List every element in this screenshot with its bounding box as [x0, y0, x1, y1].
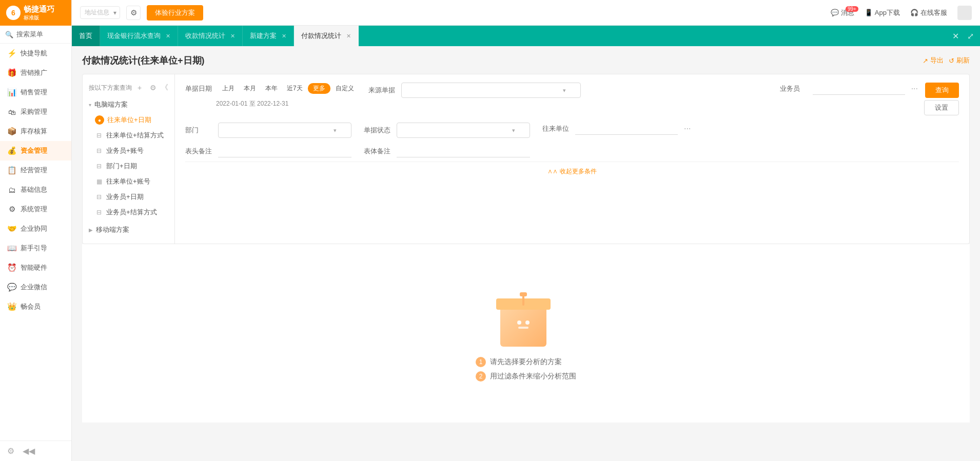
export-button[interactable]: ↗ 导出	[923, 56, 944, 65]
sidebar-item-weixin[interactable]: 💬 企业微信	[0, 277, 71, 297]
scheme-settings-icon[interactable]: ⚙	[148, 83, 158, 93]
date-opt-more[interactable]: 更多	[308, 83, 330, 94]
sales-icon: 📊	[7, 88, 16, 97]
tab-payment-label: 付款情况统计	[301, 31, 341, 41]
settings-button[interactable]: 设置	[924, 100, 959, 115]
tab-new-scheme[interactable]: 新建方案 ✕	[243, 26, 294, 46]
scheme-item-unit-settle[interactable]: ⊟ 往来单位+结算方式	[83, 128, 174, 143]
scheme-collapse-icon[interactable]: 《	[161, 83, 168, 92]
tab-home-label: 首页	[79, 31, 92, 41]
date-opt-custom[interactable]: 自定义	[331, 83, 358, 94]
dept-select[interactable]: ▾	[218, 123, 351, 138]
address-text: 地址信息	[85, 9, 109, 16]
address-bar[interactable]: 地址信息 ▾	[80, 6, 120, 19]
sidebar-item-enterprise[interactable]: 🤝 企业协同	[0, 219, 71, 238]
sidebar-item-label: 企业协同	[21, 224, 47, 233]
sidebar-item-basic[interactable]: 🗂 基础信息	[0, 180, 71, 199]
sidebar-item-sales[interactable]: 📊 销售管理	[0, 83, 71, 102]
scheme-add-icon[interactable]: +	[134, 83, 145, 93]
message-icon: 💬	[831, 9, 839, 16]
tab-receipt[interactable]: 收款情况统计 ✕	[178, 26, 243, 46]
scheme-item-staff-account[interactable]: ⊟ 业务员+账号	[83, 143, 174, 158]
tab-payment-close[interactable]: ✕	[346, 33, 351, 39]
user-avatar[interactable]	[957, 6, 972, 20]
header-right: 💬 消息 99+ 📱 App下载 🎧 在线客服	[831, 6, 972, 20]
sidebar-item-system[interactable]: ⚙ 系统管理	[0, 199, 71, 219]
scheme-group-desktop-header[interactable]: ▾ 电脑端方案	[83, 97, 174, 112]
sidebar-item-finance[interactable]: 💰 资金管理	[0, 141, 71, 161]
app-download-action[interactable]: 📱 App下载	[865, 8, 900, 17]
date-opt-last-month[interactable]: 上月	[218, 83, 239, 94]
purchase-icon: 🛍	[7, 107, 16, 116]
scheme-item-dept-date[interactable]: ⊟ 部门+日期	[83, 158, 174, 174]
date-opt-this-year[interactable]: 本年	[261, 83, 282, 94]
page-actions: ↗ 导出 ↺ 刷新	[923, 56, 970, 65]
tab-new-scheme-close[interactable]: ✕	[282, 33, 286, 39]
sidebar-search[interactable]: 🔍 搜索菜单	[0, 26, 71, 44]
date-opt-this-month[interactable]: 本月	[240, 83, 260, 94]
tab-home[interactable]: 首页	[72, 26, 100, 46]
tab-cashflow[interactable]: 现金银行流水查询 ✕	[100, 26, 178, 46]
scheme-item-staff-date[interactable]: ⊟ 业务员+日期	[83, 189, 174, 205]
sidebar-item-label: 采购管理	[21, 107, 47, 116]
scheme-group-desktop: ▾ 电脑端方案 ● 往来单位+日期 ⊟ 往来单位+结算方式 ⊟ 业务员+账号	[83, 97, 174, 220]
filter-actions: 查询 设置	[924, 83, 959, 115]
source-filter-label: 来源单据	[368, 86, 397, 95]
scheme-group-mobile-header[interactable]: ▶ 移动端方案	[83, 222, 174, 237]
trial-button[interactable]: 体验行业方案	[147, 5, 203, 21]
tab-cashflow-close[interactable]: ✕	[166, 33, 170, 39]
empty-hint-1: 1 请先选择要分析的方案	[476, 357, 576, 367]
filter-row-2: 部门 ▾ 单据状态 ▾ 往来单位	[185, 123, 959, 138]
sidebar-item-hardware[interactable]: ⏰ 智能硬件	[0, 258, 71, 277]
collapse-bar[interactable]: ∧∧ 收起更多条件	[185, 162, 959, 181]
quicknav-icon: ⚡	[7, 49, 16, 58]
date-opt-7days[interactable]: 近7天	[283, 83, 307, 94]
marketing-icon: 🎁	[7, 68, 16, 77]
tab-new-scheme-label: 新建方案	[250, 31, 277, 41]
source-select[interactable]: ▾	[401, 83, 581, 98]
scheme-item-unit-account[interactable]: ▦ 往来单位+账号	[83, 174, 174, 189]
logo-icon: 6	[6, 6, 21, 20]
staff-input[interactable]	[813, 83, 905, 95]
sidebar-nav: ⚡ 快捷导航 🎁 营销推广 📊 销售管理 🛍 采购管理 📦 库存核算 💰 资金管…	[0, 44, 71, 440]
sidebar-item-inventory[interactable]: 📦 库存核算	[0, 122, 71, 141]
scheme-item-label: 往来单位+账号	[106, 177, 150, 186]
tab-receipt-close[interactable]: ✕	[230, 33, 235, 39]
header-note-input[interactable]	[218, 145, 351, 157]
staff-dots-icon[interactable]: ···	[909, 84, 920, 93]
sidebar-item-marketing[interactable]: 🎁 营销推广	[0, 63, 71, 83]
message-action[interactable]: 💬 消息 99+	[831, 8, 854, 17]
body-note-input[interactable]	[397, 145, 530, 157]
counterpart-input[interactable]	[575, 123, 678, 135]
collapse-arrow-icon: ∧∧	[547, 168, 558, 175]
mobile-group-label: 移动端方案	[96, 225, 129, 234]
refresh-button[interactable]: ↺ 刷新	[949, 56, 970, 65]
tab-expand-icon[interactable]: ⤢	[965, 29, 976, 43]
query-button[interactable]: 查询	[925, 83, 959, 98]
tab-payment[interactable]: 付款情况统计 ✕	[294, 26, 359, 46]
sidebar-item-label: 企业微信	[21, 283, 47, 292]
counterpart-filter-label: 往来单位	[542, 124, 571, 133]
app-edition: 标准版	[24, 14, 54, 22]
scheme-item-staff-settle[interactable]: ⊟ 业务员+结算方式	[83, 205, 174, 220]
sidebar-item-quicknav[interactable]: ⚡ 快捷导航	[0, 44, 71, 63]
empty-eye-right	[525, 320, 530, 325]
header-settings-icon[interactable]: ⚙	[126, 6, 141, 20]
filter-row-3: 表头备注 表体备注	[185, 145, 959, 157]
sidebar-item-member[interactable]: 👑 畅会员	[0, 297, 71, 316]
tab-close-all-icon[interactable]: ✕	[950, 29, 961, 43]
sidebar-item-guide[interactable]: 📖 新手引导	[0, 238, 71, 258]
sidebar-item-operation[interactable]: 📋 经营管理	[0, 161, 71, 180]
sidebar-item-purchase[interactable]: 🛍 采购管理	[0, 102, 71, 122]
online-service-action[interactable]: 🎧 在线客服	[910, 8, 947, 17]
empty-texts: 1 请先选择要分析的方案 2 用过滤条件来缩小分析范围	[476, 357, 576, 382]
sidebar-item-label: 快捷导航	[21, 49, 47, 58]
scheme-item-unit-date[interactable]: ● 往来单位+日期	[83, 112, 174, 128]
message-badge: 99+	[846, 6, 858, 12]
collapse-sidebar-icon[interactable]: ◀◀	[23, 446, 35, 456]
counterpart-dots-icon[interactable]: ···	[682, 124, 693, 133]
voucher-status-filter-group: 单据状态 ▾	[364, 123, 530, 138]
weixin-icon: 💬	[7, 283, 16, 292]
voucher-status-select[interactable]: ▾	[397, 123, 530, 138]
settings-footer-icon[interactable]: ⚙	[7, 446, 14, 456]
